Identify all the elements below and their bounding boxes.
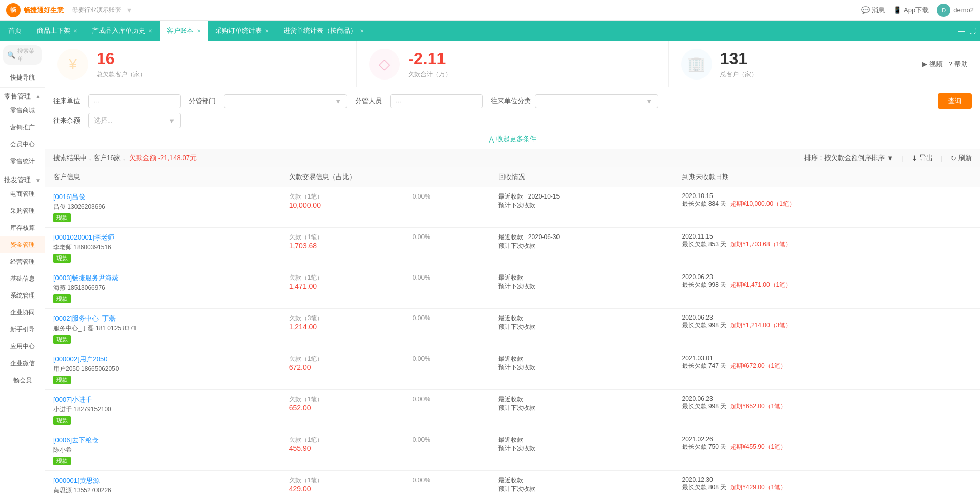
export-btn[interactable]: ⬇ 导出 [912, 153, 933, 163]
tab-purchase-summary[interactable]: 采购订单统计表 ✕ [208, 21, 276, 41]
overdue-link[interactable]: 超期¥455.90（1笔） [730, 443, 786, 450]
collapse-btn[interactable]: ⋀ 收起更多条件 [53, 132, 972, 146]
debt-amount[interactable]: 1,471.00 [289, 282, 392, 290]
debt-amount[interactable]: 1,214.00 [289, 323, 392, 331]
overdue-days: 最长欠款 998 天 [682, 322, 728, 329]
filter-label-balance: 往来余额 [53, 116, 84, 125]
sidebar-item-enterprise[interactable]: 企业协同 [0, 304, 45, 321]
sidebar-item-wechat[interactable]: 企业微信 [0, 355, 45, 372]
sidebar-item-guide[interactable]: 新手引导 [0, 321, 45, 338]
message-nav[interactable]: 💬 消息 [861, 6, 885, 15]
app-download-nav[interactable]: 📱 App下载 [893, 6, 929, 15]
close-icon[interactable]: ✕ [265, 28, 269, 34]
user-nav[interactable]: D demo2 [937, 4, 974, 17]
sidebar-item-appstore[interactable]: 应用中心 [0, 338, 45, 355]
cell-collection: 最近收款 预计下次收款 [490, 349, 674, 390]
customer-name-link[interactable]: [0006]去下粮仓 [53, 436, 273, 445]
sidebar-item-quick-nav[interactable]: 快捷导航 [0, 69, 45, 86]
overdue-link[interactable]: 超期¥672.00（1笔） [730, 362, 786, 369]
cell-debt-pct: 0.00% [400, 268, 490, 309]
filter-input-person[interactable]: ··· [390, 94, 483, 108]
debt-count: 欠款（1笔） [289, 192, 392, 201]
close-icon[interactable]: ✕ [148, 28, 152, 34]
overdue-link[interactable]: 超期¥1,214.00（3笔） [730, 322, 792, 329]
sidebar-item-basic[interactable]: 基础信息 [0, 270, 45, 287]
minimize-icon[interactable]: — [958, 27, 965, 35]
filter-item-unit: 往来单位 ··· [53, 94, 181, 108]
filter-select-balance[interactable]: 选择... ▼ [88, 113, 181, 128]
tab-products[interactable]: 商品上下架 ✕ [30, 21, 85, 41]
sidebar-item-ops[interactable]: 经营管理 [0, 253, 45, 270]
vip-label: 畅会员 [13, 376, 32, 385]
filter-item-person: 分管人员 ··· [355, 94, 483, 108]
search-icon: 🔍 [7, 51, 15, 59]
cell-collection: 最近收款 预计下次收款 [490, 471, 674, 494]
sidebar-item-purchase[interactable]: 采购管理 [0, 203, 45, 220]
cell-customer: [000001]黄思源 黄思源 13552700226 现款 [45, 471, 281, 494]
overdue-link[interactable]: 超期¥1,703.68（1笔） [730, 241, 792, 248]
help-icon: ? [949, 60, 952, 68]
close-icon[interactable]: ✕ [73, 28, 78, 34]
due-date: 2021.03.01 [682, 354, 972, 362]
debt-amount[interactable]: 1,703.68 [289, 242, 392, 250]
close-icon[interactable]: ✕ [360, 28, 364, 34]
customer-name-link[interactable]: [0001020001]李老师 [53, 233, 273, 242]
help-btn[interactable]: ? 帮助 [949, 60, 968, 69]
zero-stats-label: 零售统计 [10, 157, 35, 166]
customer-name-link[interactable]: [000002]用户2050 [53, 354, 273, 364]
filter-select-dept[interactable]: ▼ [224, 94, 347, 108]
refresh-btn[interactable]: ↻ 刷新 [951, 153, 972, 163]
sidebar-group-zero-sale[interactable]: 零售管理 ▲ [0, 89, 45, 102]
chevron-up-icon2: ⋀ [489, 135, 494, 143]
tab-home[interactable]: 首页 [0, 21, 30, 41]
filter-label-dept: 分管部门 [189, 96, 220, 106]
filter-input-unit[interactable]: ··· [88, 94, 181, 108]
tab-goods-stats[interactable]: 进货单统计表（按商品） ✕ [276, 21, 371, 41]
cell-due: 2020.12.30 最长欠款 808 天 超期¥429.00（1笔） [674, 471, 980, 494]
sidebar-item-ecommerce[interactable]: 电商管理 [0, 186, 45, 203]
sidebar-item-marketing[interactable]: 营销推广 [0, 119, 45, 136]
debt-amount[interactable]: 652.00 [289, 404, 392, 412]
last-collect: 最近收款 2020-06-30 [498, 233, 666, 242]
maximize-icon[interactable]: ⛶ [969, 27, 976, 35]
debt-amount[interactable]: 10,000.00 [289, 201, 392, 209]
close-icon[interactable]: ✕ [197, 28, 201, 34]
sidebar-item-finance[interactable]: 资金管理 [0, 236, 45, 253]
sidebar-item-vip[interactable]: 畅会员 [0, 372, 45, 389]
sidebar-item-member[interactable]: 会员中心 [0, 136, 45, 153]
sidebar-item-inventory[interactable]: 库存核算 [0, 220, 45, 236]
tab-products-label: 商品上下架 [37, 26, 70, 35]
dropdown-icon[interactable]: ▾ [127, 5, 131, 15]
filter-select-category[interactable]: ▼ [535, 94, 658, 108]
customer-name-link[interactable]: [0003]畅捷服务尹海蒸 [53, 273, 273, 283]
sidebar-item-zero-mall[interactable]: 零售商城 [0, 102, 45, 119]
sidebar-item-zero-stats[interactable]: 零售统计 [0, 153, 45, 170]
sidebar-search-area[interactable]: 🔍 搜索菜单 [0, 41, 45, 69]
filter-person-value: ··· [396, 97, 401, 105]
customer-name-link[interactable]: [000001]黄思源 [53, 476, 273, 485]
due-date: 2020.06.23 [682, 395, 972, 402]
customer-name-link[interactable]: [0007]小进千 [53, 395, 273, 404]
tab-inventory-history[interactable]: 产成品入库单历史 ✕ [85, 21, 160, 41]
query-button[interactable]: 查询 [938, 93, 972, 109]
overdue-link[interactable]: 超期¥1,471.00（1笔） [730, 281, 792, 288]
customer-name-link[interactable]: [0002]服务中心_丁磊 [53, 314, 273, 323]
sidebar-group-batch[interactable]: 批发管理 ▼ [0, 172, 45, 186]
stat-card-1: ¥ 16 总欠款客户（家） [45, 41, 357, 87]
debt-amount[interactable]: 455.90 [289, 444, 392, 452]
debt-pct: 0.00% [413, 477, 430, 484]
customer-name-link[interactable]: [0016]吕俊 [53, 192, 273, 202]
stat-num-3: 131 [720, 49, 757, 68]
video-btn[interactable]: ▶ 视频 [922, 60, 943, 69]
overdue-link[interactable]: 超期¥429.00（1笔） [730, 484, 786, 491]
sidebar-item-system[interactable]: 系统管理 [0, 287, 45, 304]
debt-amount[interactable]: 672.00 [289, 363, 392, 371]
sidebar-search-box[interactable]: 🔍 搜索菜单 [3, 45, 42, 65]
tag-xian: 现款 [53, 294, 71, 303]
overdue-link[interactable]: 超期¥10,000.00（1笔） [730, 200, 795, 207]
next-collect: 预计下次收款 [498, 444, 666, 453]
overdue-link[interactable]: 超期¥652.00（1笔） [730, 403, 786, 410]
customer-sub: 吕俊 13026203696 [53, 203, 273, 211]
debt-amount[interactable]: 429.00 [289, 485, 392, 493]
tab-customer-ledger[interactable]: 客户账本 ✕ [160, 21, 208, 41]
